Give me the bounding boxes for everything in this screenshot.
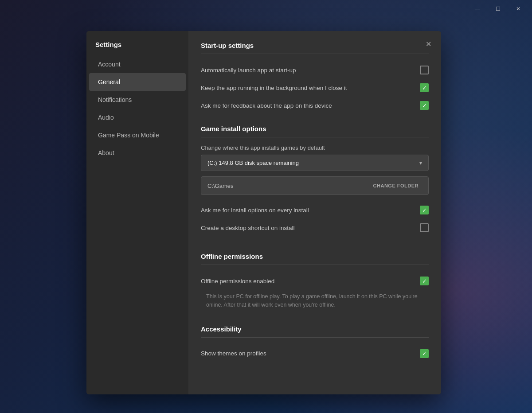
setting-row-bg-running: Keep the app running in the background w…	[201, 79, 429, 97]
setting-row-offline-enabled: Offline permissions enabled ✓	[201, 272, 429, 290]
window-close-button[interactable]: ✕	[508, 2, 528, 16]
startup-section-title: Start-up settings	[201, 42, 429, 49]
accessibility-divider	[201, 337, 429, 338]
setting-label-offline-enabled: Offline permissions enabled	[201, 278, 274, 284]
setting-label-bg-running: Keep the app running in the background w…	[201, 85, 347, 91]
change-folder-button[interactable]: CHANGE FOLDER	[370, 181, 422, 190]
offline-section-title: Offline permissions	[201, 253, 429, 260]
checkbox-feedback[interactable]: ✓	[420, 101, 429, 110]
checkbox-install-options[interactable]: ✓	[420, 206, 429, 214]
setting-label-feedback: Ask me for feedback about the app on thi…	[201, 102, 332, 109]
settings-sidebar: Settings Account General Notifications A…	[86, 31, 188, 394]
minimize-button[interactable]: —	[467, 2, 488, 16]
checkbox-show-themes[interactable]: ✓	[420, 349, 429, 358]
setting-label-desktop-shortcut: Create a desktop shortcut on install	[201, 225, 295, 231]
folder-row: C:\Games CHANGE FOLDER	[201, 176, 429, 195]
game-install-section-title: Game install options	[201, 125, 429, 132]
disk-space-value: (C:) 149.8 GB disk space remaining	[207, 160, 299, 166]
sidebar-item-account[interactable]: Account	[89, 55, 186, 73]
sidebar-item-about[interactable]: About	[89, 144, 186, 162]
offline-description: This is your PC for offline play. To pla…	[201, 290, 429, 315]
modal-close-button[interactable]: ✕	[422, 37, 435, 51]
disk-space-dropdown[interactable]: (C:) 149.8 GB disk space remaining ▾	[201, 155, 429, 171]
setting-row-desktop-shortcut: Create a desktop shortcut on install	[201, 219, 429, 237]
game-install-divider	[201, 137, 429, 137]
sidebar-item-notifications[interactable]: Notifications	[89, 91, 186, 109]
title-bar: — ☐ ✕	[0, 0, 532, 18]
settings-modal: Settings Account General Notifications A…	[86, 31, 441, 394]
checkbox-bg-running[interactable]: ✓	[420, 83, 429, 92]
startup-divider	[201, 54, 429, 54]
sidebar-item-audio[interactable]: Audio	[89, 109, 186, 126]
checkbox-offline-enabled[interactable]: ✓	[420, 277, 429, 285]
chevron-down-icon: ▾	[419, 160, 422, 166]
setting-label-install-options: Ask me for install options on every inst…	[201, 207, 309, 214]
accessibility-section-title: Accessibility	[201, 325, 429, 333]
setting-row-auto-launch: Automatically launch app at start-up	[201, 61, 429, 79]
setting-label-show-themes: Show themes on profiles	[201, 350, 266, 357]
settings-title: Settings	[86, 35, 188, 55]
checkbox-auto-launch[interactable]	[420, 66, 429, 74]
setting-row-install-options: Ask me for install options on every inst…	[201, 201, 429, 219]
game-install-sublabel: Change where this app installs games by …	[201, 144, 429, 151]
folder-path-value: C:\Games	[207, 183, 234, 189]
checkbox-desktop-shortcut[interactable]	[420, 223, 429, 232]
settings-content: ✕ Start-up settings Automatically launch…	[188, 31, 441, 394]
sidebar-item-game-pass-mobile[interactable]: Game Pass on Mobile	[89, 126, 186, 144]
setting-label-auto-launch: Automatically launch app at start-up	[201, 67, 296, 74]
maximize-button[interactable]: ☐	[488, 2, 508, 16]
offline-divider	[201, 265, 429, 265]
setting-row-show-themes: Show themes on profiles ✓	[201, 345, 429, 362]
sidebar-item-general[interactable]: General	[89, 73, 186, 91]
setting-row-feedback: Ask me for feedback about the app on thi…	[201, 97, 429, 114]
